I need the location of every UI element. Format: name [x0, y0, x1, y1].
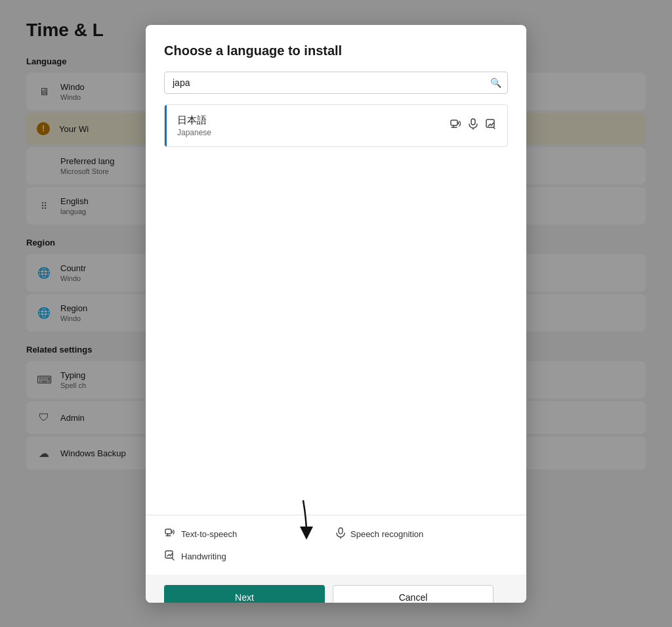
svg-rect-4 [339, 528, 343, 534]
text-to-speech-feature-icon [164, 527, 176, 542]
speech-recognition-feature: Speech recognition [336, 527, 508, 542]
handwriting-feature: Handwriting [164, 550, 336, 564]
japanese-lang-item[interactable]: 日本語 Japanese [165, 105, 507, 146]
japanese-english-name: Japanese [177, 128, 211, 137]
features-section: Text-to-speech Speech recognition [146, 515, 526, 574]
text-to-speech-icon [450, 118, 461, 133]
dialog-body: Choose a language to install 🔍 日本語 Japan… [146, 25, 526, 331]
search-icon: 🔍 [490, 77, 501, 88]
modal-overlay: Choose a language to install 🔍 日本語 Japan… [0, 0, 672, 627]
language-install-dialog: Choose a language to install 🔍 日本語 Japan… [146, 25, 526, 603]
features-grid: Text-to-speech Speech recognition [164, 527, 508, 564]
svg-rect-0 [451, 120, 457, 125]
dialog-spacer [164, 147, 508, 331]
handwriting-label: Handwriting [181, 551, 226, 561]
handwriting-feature-icon [164, 550, 176, 564]
text-to-speech-label: Text-to-speech [181, 529, 237, 539]
microphone-icon [468, 118, 478, 133]
cancel-button[interactable]: Cancel [333, 585, 494, 603]
japanese-native-name: 日本語 [177, 114, 211, 127]
search-box: 🔍 [164, 72, 508, 94]
speech-recognition-feature-icon [336, 527, 345, 542]
next-button[interactable]: Next [164, 585, 325, 603]
speech-recognition-label: Speech recognition [350, 529, 423, 539]
language-results-list: 日本語 Japanese [164, 104, 508, 147]
svg-rect-3 [165, 529, 171, 534]
text-to-speech-feature: Text-to-speech [164, 527, 336, 542]
dialog-title: Choose a language to install [164, 43, 508, 58]
dialog-footer: Next Cancel [146, 574, 526, 603]
japanese-feature-icons [450, 118, 497, 133]
handwriting-icon [485, 118, 497, 133]
language-search-input[interactable] [164, 72, 508, 94]
svg-rect-1 [471, 119, 475, 125]
